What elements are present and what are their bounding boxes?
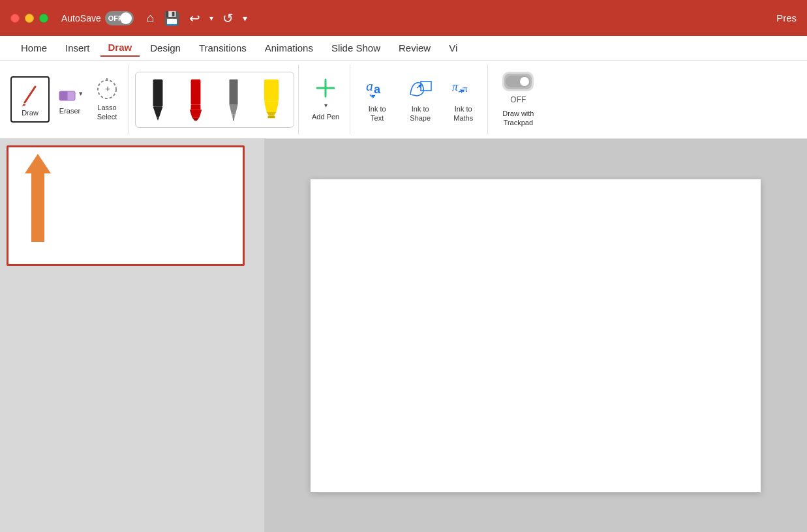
home-icon[interactable]: ⌂	[147, 10, 155, 25]
traffic-lights	[10, 14, 48, 23]
orange-arrow-annotation	[12, 151, 64, 255]
ink-to-shape-icon	[408, 76, 433, 101]
pen-gray[interactable]	[217, 76, 251, 123]
menu-home[interactable]: Home	[13, 40, 55, 56]
trackpad-toggle[interactable]	[506, 76, 530, 87]
svg-marker-17	[230, 105, 238, 115]
eraser-dropdown-arrow[interactable]: ▾	[79, 89, 83, 98]
titlebar: AutoSave OFF ⌂ 💾 ↩ ▾ ↺ ▾ Pres	[0, 0, 807, 36]
svg-marker-11	[157, 117, 159, 121]
autosave-label: AutoSave	[61, 13, 101, 23]
lasso-icon: +	[95, 78, 119, 101]
svg-rect-16	[230, 80, 238, 105]
svg-marker-22	[264, 101, 279, 112]
ink-to-maths-label: Ink to Maths	[453, 105, 473, 122]
menu-animations[interactable]: Animations	[257, 40, 321, 56]
ink-to-maths-button[interactable]: π π Ink to Maths	[443, 72, 483, 126]
svg-rect-24	[267, 116, 275, 119]
lasso-select-button[interactable]: + Lasso Select	[90, 65, 124, 134]
ink-to-text-icon: a a	[365, 76, 389, 101]
draw-trackpad-group: OFF Draw with Trackpad	[491, 65, 545, 134]
redo-icon[interactable]: ↺	[222, 10, 234, 26]
pen-red[interactable]	[179, 76, 213, 123]
svg-rect-12	[191, 80, 201, 105]
svg-marker-15	[192, 117, 199, 121]
svg-marker-10	[153, 107, 163, 118]
svg-rect-4	[59, 91, 67, 100]
slides-panel: 1	[0, 139, 264, 532]
pen-yellow-icon	[258, 78, 284, 121]
minimize-button[interactable]	[25, 14, 34, 23]
draw-with-trackpad-button[interactable]: OFF Draw with Trackpad	[495, 68, 541, 130]
pen-black-icon	[145, 78, 171, 121]
menu-design[interactable]: Design	[142, 40, 189, 56]
svg-rect-21	[264, 80, 279, 101]
off-label: OFF	[510, 95, 526, 104]
eraser-label: Eraser	[59, 107, 80, 115]
svg-rect-9	[153, 80, 163, 107]
toggle-knob	[120, 12, 132, 24]
undo-icon[interactable]: ↩	[189, 10, 200, 26]
quick-access-icon[interactable]: ▾	[243, 13, 247, 23]
slide-1-container: 1	[7, 145, 258, 266]
svg-marker-14	[190, 110, 202, 117]
slide-editor[interactable]	[311, 179, 761, 492]
menu-draw[interactable]: Draw	[100, 39, 140, 57]
add-pen-icon	[314, 77, 337, 99]
svg-text:a: a	[366, 78, 373, 94]
pen-gray-icon	[221, 78, 247, 121]
svg-marker-23	[267, 112, 277, 116]
editing-area	[264, 139, 807, 532]
add-pen-group: ▾ Add Pen	[301, 65, 350, 134]
ink-to-text-label: Ink to Text	[369, 105, 386, 122]
svg-marker-36	[25, 154, 51, 173]
draw-label: Draw	[22, 109, 38, 117]
draw-tools-group: Draw ▾ Eraser + Lasso Select	[7, 65, 129, 134]
svg-text:a: a	[374, 83, 381, 96]
pen-picker-group	[131, 65, 299, 134]
undo-dropdown-icon[interactable]: ▾	[209, 14, 213, 23]
svg-text:π: π	[452, 80, 459, 93]
ink-to-shape-label: Ink to Shape	[410, 105, 431, 122]
add-pen-label: Add Pen	[312, 113, 339, 121]
autosave-area: AutoSave OFF	[61, 11, 134, 25]
svg-line-2	[25, 87, 35, 102]
slide-1-thumbnail[interactable]	[7, 145, 245, 266]
menu-slideshow[interactable]: Slide Show	[324, 40, 388, 56]
draw-tool-button[interactable]: Draw	[10, 76, 50, 123]
svg-marker-1	[22, 104, 26, 106]
eraser-icon	[57, 83, 78, 104]
close-button[interactable]	[10, 14, 20, 23]
ink-to-maths-icon: π π	[451, 76, 476, 101]
lasso-label: Lasso Select	[97, 104, 117, 121]
pen-red-icon	[183, 78, 209, 121]
ink-to-text-button[interactable]: a a Ink to Text	[357, 72, 397, 126]
ink-to-shape-button[interactable]: Ink to Shape	[400, 72, 440, 126]
autosave-toggle[interactable]: OFF	[105, 11, 134, 25]
maximize-button[interactable]	[39, 14, 48, 23]
titlebar-icons: ⌂ 💾 ↩ ▾ ↺ ▾	[147, 10, 247, 26]
pen-picker	[135, 72, 294, 128]
svg-text:π: π	[463, 83, 468, 94]
draw-icon	[18, 81, 42, 108]
ribbon: Draw ▾ Eraser + Lasso Select	[0, 61, 807, 139]
main-content: 1	[0, 139, 807, 532]
eraser-tool-button[interactable]: ▾ Eraser	[51, 65, 89, 134]
svg-rect-13	[191, 105, 201, 110]
save-icon[interactable]: 💾	[164, 10, 180, 26]
pen-black[interactable]	[141, 76, 175, 123]
pen-yellow[interactable]	[254, 76, 288, 123]
menu-view[interactable]: Vi	[441, 40, 465, 56]
menu-insert[interactable]: Insert	[57, 40, 98, 56]
menubar: Home Insert Draw Design Transitions Anim…	[0, 36, 807, 61]
svg-rect-35	[31, 170, 44, 242]
add-pen-button[interactable]: ▾ Add Pen	[305, 73, 346, 125]
svg-text:+: +	[105, 83, 110, 94]
svg-marker-19	[233, 119, 234, 121]
ink-tools-group: a a Ink to Text	[353, 65, 488, 134]
menu-review[interactable]: Review	[391, 40, 438, 56]
menu-transitions[interactable]: Transitions	[191, 40, 254, 56]
draw-trackpad-label: Draw with Trackpad	[502, 110, 534, 126]
app-title: Pres	[776, 12, 797, 23]
